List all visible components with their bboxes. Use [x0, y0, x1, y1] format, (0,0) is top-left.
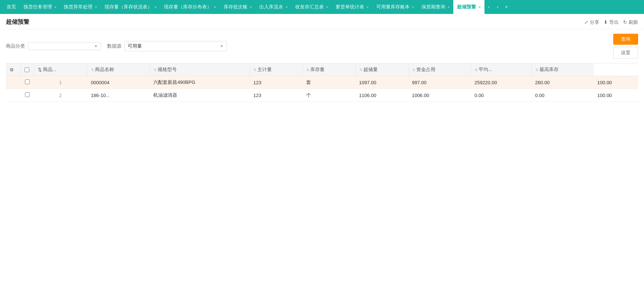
category-label: 商品分类	[6, 43, 25, 49]
sort-icon-stock: ⇅	[306, 68, 309, 72]
col-stock[interactable]: ⇅ 库存量	[303, 63, 355, 76]
share-icon: ⤢	[584, 19, 588, 25]
nav-abnormal[interactable]: 拣货异常处理 ×	[60, 0, 100, 14]
select-all-checkbox[interactable]	[25, 67, 29, 72]
nav-collect-close[interactable]: ×	[326, 5, 328, 9]
nav-task-close[interactable]: ×	[54, 5, 56, 9]
sort-icon-spec: ⇅	[154, 68, 157, 72]
export-button[interactable]: ⬇ 导出	[604, 19, 619, 26]
nav-stock-dist[interactable]: 现存量（库存分布表） ×	[160, 0, 220, 14]
nav-stock-status-close[interactable]: ×	[154, 5, 157, 9]
share-button[interactable]: ⤢ 分享	[584, 19, 599, 26]
table-row: 2 186-10... 机油滤清器 123 个 1106.00 1006.00 …	[6, 89, 638, 102]
top-navigation: 首页 拣货任务管理 × 拣货异常处理 × 现存量（库存状况表） × 现存量（库存…	[0, 0, 644, 14]
col-product-name[interactable]: ⇅ 商品名称	[87, 63, 150, 76]
datasource-select[interactable]: 可用量 ▼	[124, 41, 227, 51]
col-overstock[interactable]: ⇅ 超储量	[355, 63, 408, 76]
table-row: 1 0000004 六配套新昌490BPG 123 套 1097.00 997.…	[6, 76, 638, 89]
category-filter: 商品分类 ▼	[6, 42, 101, 50]
col-max-stock[interactable]: ⇅ 最高库存	[531, 63, 594, 76]
nav-task[interactable]: 拣货任务管理 ×	[20, 0, 60, 14]
row-max-stock-1: 100.00	[594, 89, 638, 102]
row-unit-0: 套	[303, 76, 355, 89]
col-avg[interactable]: ⇅ 平均...	[471, 63, 531, 76]
col-checkbox	[21, 63, 34, 76]
col-spec[interactable]: ⇅ 规格型号	[150, 63, 249, 76]
row-num-cell-0: 1	[34, 76, 87, 89]
nav-available-close[interactable]: ×	[412, 5, 414, 9]
page-title: 超储预警	[6, 18, 29, 26]
row-gear-1	[6, 89, 21, 102]
sort-icon-max-stock: ⇅	[535, 68, 538, 72]
table-container: ⚙ ⇅ 商品... ⇅ 商品名称	[0, 63, 644, 102]
nav-available[interactable]: 可用量库存账本 ×	[373, 0, 418, 14]
nav-stock-dist-close[interactable]: ×	[214, 5, 216, 9]
row-product-code-1: 186-10...	[87, 89, 150, 102]
gear-icon[interactable]: ⚙	[10, 67, 14, 73]
nav-order-stat-close[interactable]: ×	[366, 5, 369, 9]
category-select[interactable]: ▼	[28, 42, 101, 50]
settings-button[interactable]: 设置	[613, 47, 638, 59]
row-num-0	[21, 76, 34, 89]
col-unit[interactable]: ⇅ 主计量	[250, 63, 303, 76]
nav-overstock[interactable]: 超储预警 ×	[453, 0, 484, 14]
row-overstock-0: 997.00	[408, 76, 471, 89]
export-icon: ⬇	[604, 19, 608, 25]
row-stock-0: 1097.00	[355, 76, 408, 89]
row-capital-1: 0.00	[471, 89, 531, 102]
sort-icon-overstock: ⇅	[359, 68, 362, 72]
row-avg-0: 260.00	[531, 76, 594, 89]
nav-quality[interactable]: 保质期查询 ×	[418, 0, 453, 14]
sort-icon-name: ⇅	[91, 68, 94, 72]
datasource-select-value: 可用量	[128, 43, 142, 49]
row-spec-0: 123	[250, 76, 303, 89]
row-max-stock-0: 100.00	[594, 76, 638, 89]
row-spec-1: 123	[250, 89, 303, 102]
row-checkbox-0[interactable]	[25, 79, 30, 84]
refresh-button[interactable]: ↻ 刷新	[623, 19, 638, 26]
row-unit-1: 个	[303, 89, 355, 102]
filter-area: 商品分类 ▼ 数据源 可用量 ▼ 查询 设置	[0, 29, 644, 63]
col-product-code[interactable]: ⇅ 商品...	[34, 63, 87, 76]
nav-arrow-left[interactable]: ‹	[484, 0, 493, 14]
nav-inout-close[interactable]: ×	[285, 5, 288, 9]
nav-inout[interactable]: 出入库流水 ×	[256, 0, 291, 14]
nav-order-stat[interactable]: 要货单统计表 ×	[332, 0, 372, 14]
row-num-1	[21, 89, 34, 102]
header-actions: ⤢ 分享 ⬇ 导出 ↻ 刷新	[584, 19, 638, 26]
datasource-select-arrow: ▼	[220, 44, 224, 48]
datasource-label: 数据源	[107, 43, 121, 49]
col-gear: ⚙	[6, 63, 21, 76]
page-header: 超储预警 ⤢ 分享 ⬇ 导出 ↻ 刷新	[0, 14, 644, 29]
nav-batch-close[interactable]: ×	[250, 5, 252, 9]
nav-abnormal-close[interactable]: ×	[95, 5, 97, 9]
row-gear-0	[6, 76, 21, 89]
col-capital[interactable]: ⇅ 资金占用	[408, 63, 471, 76]
row-capital-0: 259220.00	[471, 76, 531, 89]
sort-icon-unit: ⇅	[253, 68, 256, 72]
row-num-cell-1: 2	[34, 89, 87, 102]
row-stock-1: 1106.00	[355, 89, 408, 102]
row-avg-1: 0.00	[531, 89, 594, 102]
category-select-arrow: ▼	[94, 44, 98, 48]
refresh-icon: ↻	[623, 19, 627, 25]
nav-home[interactable]: 首页	[3, 0, 20, 14]
sort-icon-capital: ⇅	[412, 68, 415, 72]
col-product-code-label: ⇅	[38, 67, 42, 73]
nav-collect[interactable]: 收发存汇总表 ×	[292, 0, 332, 14]
query-button[interactable]: 查询	[613, 34, 638, 45]
nav-overstock-close[interactable]: ×	[478, 5, 480, 9]
filter-action-buttons: 查询 设置	[613, 34, 638, 59]
sort-icon-avg: ⇅	[475, 68, 477, 72]
row-product-code-0: 0000004	[87, 76, 150, 89]
nav-quality-close[interactable]: ×	[447, 5, 450, 9]
row-product-name-1: 机油滤清器	[150, 89, 249, 102]
overstock-table: ⚙ ⇅ 商品... ⇅ 商品名称	[6, 63, 638, 102]
row-checkbox-1[interactable]	[25, 92, 30, 97]
nav-arrow-more[interactable]: ×	[502, 0, 511, 14]
nav-arrow-right[interactable]: ›	[493, 0, 502, 14]
datasource-filter: 数据源 可用量 ▼	[107, 41, 227, 51]
nav-stock-status[interactable]: 现存量（库存状况表） ×	[101, 0, 160, 14]
nav-batch[interactable]: 库存批次账 ×	[220, 0, 256, 14]
table-header-row: ⚙ ⇅ 商品... ⇅ 商品名称	[6, 63, 638, 76]
